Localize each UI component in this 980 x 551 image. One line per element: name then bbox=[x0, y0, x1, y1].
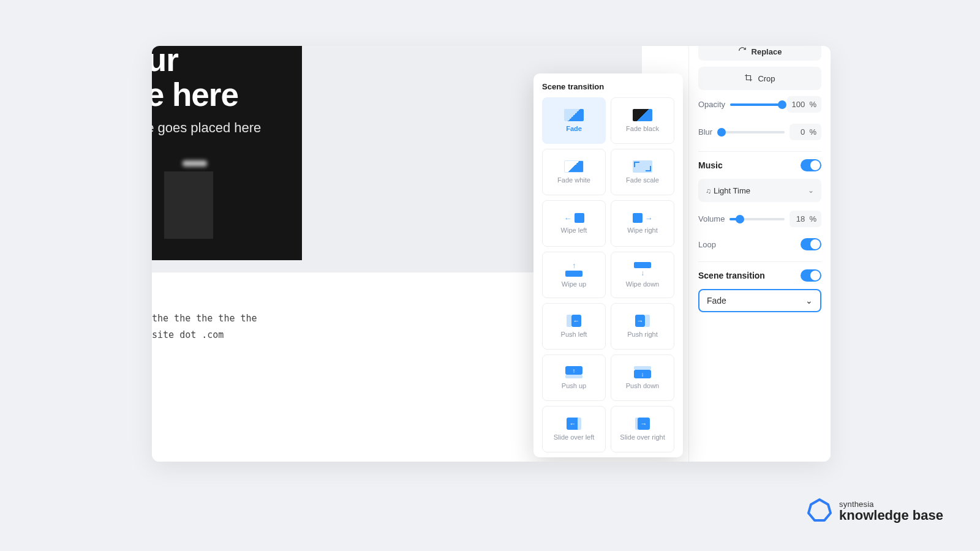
transition-icon-wipeup: ↑ bbox=[565, 262, 582, 277]
transition-label: Slide over right bbox=[620, 433, 665, 441]
logo-text: synthesia knowledge base bbox=[839, 500, 943, 522]
slide-title-line1: Your bbox=[152, 46, 178, 77]
transition-option-wipeleft[interactable]: ←Wipe left bbox=[542, 200, 606, 247]
transition-icon-fadeblack bbox=[633, 109, 652, 121]
transition-icon-wipedown: ↓ bbox=[634, 262, 651, 277]
transition-option-wipeup[interactable]: ↑Wipe up bbox=[542, 252, 606, 298]
volume-label: Volume bbox=[698, 214, 725, 223]
transition-label: Push up bbox=[562, 382, 586, 389]
avatar-figure bbox=[164, 171, 213, 239]
transition-option-fadescale[interactable]: Fade scale bbox=[611, 149, 674, 195]
scene-transition-label: Scene transition bbox=[698, 271, 765, 280]
transition-option-pushdown[interactable]: ↓Push down bbox=[611, 354, 674, 401]
transition-option-slideoverright[interactable]: →Slide over right bbox=[611, 406, 674, 452]
opacity-row: Opacity 100 % bbox=[698, 96, 821, 113]
transition-icon-fade bbox=[564, 109, 584, 121]
music-track-select[interactable]: ♫Light Time ⌄ bbox=[698, 179, 821, 202]
transition-icon-slideoverleft: ← bbox=[567, 418, 581, 430]
transition-option-fade[interactable]: Fade bbox=[542, 97, 606, 144]
replace-icon bbox=[738, 47, 747, 57]
slide-title-line2: title here bbox=[152, 78, 238, 112]
script-line: site dot .com bbox=[152, 328, 224, 343]
footer-logo: synthesia knowledge base bbox=[807, 498, 943, 523]
divider bbox=[698, 151, 821, 152]
app-window: Your title here Subtitle goes placed her… bbox=[152, 46, 831, 462]
transition-label: Push left bbox=[561, 331, 587, 338]
transition-label: Fade black bbox=[626, 125, 659, 132]
music-section-header: Music bbox=[698, 159, 821, 171]
properties-sidebar: Replace Crop Opacity 100 % Blur bbox=[688, 46, 831, 462]
blur-row: Blur 0 % bbox=[698, 124, 821, 140]
scene-transition-toggle[interactable] bbox=[801, 269, 821, 282]
blur-slider-thumb[interactable] bbox=[717, 128, 726, 137]
transition-label: Push down bbox=[626, 382, 659, 389]
transition-option-wiperight[interactable]: →Wipe right bbox=[611, 200, 674, 247]
volume-slider[interactable] bbox=[729, 218, 785, 220]
scene-transition-select[interactable]: Fade ⌄ bbox=[698, 289, 821, 312]
popover-title: Scene transition bbox=[542, 82, 674, 91]
svg-marker-0 bbox=[809, 500, 831, 520]
music-track-value: Light Time bbox=[714, 186, 750, 195]
chevron-down-icon: ⌄ bbox=[808, 186, 814, 195]
loop-toggle[interactable] bbox=[801, 238, 821, 250]
transition-label: Fade bbox=[566, 125, 582, 132]
transition-option-wipedown[interactable]: ↓Wipe down bbox=[611, 252, 674, 298]
scene-transition-section-header: Scene transition bbox=[698, 269, 821, 282]
transition-option-slideoverleft[interactable]: ←Slide over left bbox=[542, 406, 606, 452]
volume-slider-thumb[interactable] bbox=[736, 215, 744, 223]
brand-subtitle: knowledge base bbox=[839, 509, 943, 522]
loop-label: Loop bbox=[698, 240, 716, 249]
transition-label: Wipe left bbox=[561, 227, 587, 234]
blur-label: Blur bbox=[698, 127, 712, 137]
slide-subtitle: Subtitle goes placed here bbox=[152, 120, 261, 136]
chevron-down-icon: ⌄ bbox=[805, 296, 813, 305]
opacity-value: 100 % bbox=[787, 96, 822, 113]
logo-icon bbox=[807, 498, 832, 523]
transition-icon-slideoverright: → bbox=[635, 418, 650, 430]
transition-icon-fadewhite bbox=[564, 160, 584, 173]
crop-button[interactable]: Crop bbox=[698, 67, 821, 90]
video-slide-preview: Your title here Subtitle goes placed her… bbox=[152, 46, 302, 260]
opacity-label: Opacity bbox=[698, 100, 725, 109]
blur-value: 0 % bbox=[790, 124, 821, 140]
blur-slider[interactable] bbox=[717, 131, 785, 133]
opacity-slider-thumb[interactable] bbox=[778, 100, 786, 109]
replace-label: Replace bbox=[752, 47, 782, 56]
transition-option-fadeblack[interactable]: Fade black bbox=[611, 97, 674, 144]
scene-transition-popover: Scene transition FadeFade blackFade whit… bbox=[533, 73, 683, 457]
loop-row: Loop bbox=[698, 238, 821, 250]
crop-label: Crop bbox=[758, 74, 775, 83]
transition-option-pushleft[interactable]: ←Push left bbox=[542, 303, 606, 350]
transition-option-pushup[interactable]: ↑Push up bbox=[542, 354, 606, 401]
volume-row: Volume 18 % bbox=[698, 211, 821, 227]
transition-option-fadewhite[interactable]: Fade white bbox=[542, 149, 606, 195]
transition-label: Wipe down bbox=[626, 280, 659, 288]
transition-label: Fade scale bbox=[626, 176, 659, 184]
transition-icon-pushright: → bbox=[635, 315, 650, 327]
transition-icon-wipeleft: ← bbox=[564, 213, 584, 223]
replace-button[interactable]: Replace bbox=[698, 46, 821, 61]
scene-transition-value: Fade bbox=[707, 296, 726, 305]
transition-icon-wiperight: → bbox=[633, 213, 653, 223]
volume-value: 18 % bbox=[790, 211, 821, 227]
music-note-icon: ♫ bbox=[706, 187, 711, 195]
music-label: Music bbox=[698, 160, 723, 170]
divider bbox=[698, 261, 821, 262]
transition-label: Slide over left bbox=[554, 433, 595, 441]
transition-label: Wipe right bbox=[627, 227, 658, 234]
transition-label: Push right bbox=[627, 331, 658, 338]
opacity-slider[interactable] bbox=[730, 103, 782, 106]
transition-icon-pushdown: ↓ bbox=[634, 366, 651, 378]
transition-label: Fade white bbox=[557, 176, 590, 184]
transition-icon-fadescale bbox=[633, 160, 652, 173]
transition-option-pushright[interactable]: →Push right bbox=[611, 303, 674, 350]
crop-icon bbox=[744, 73, 753, 84]
transition-icon-pushleft: ← bbox=[567, 315, 581, 327]
script-line: the the the the the bbox=[152, 311, 257, 327]
music-toggle[interactable] bbox=[801, 159, 821, 171]
transition-icon-pushup: ↑ bbox=[565, 366, 582, 378]
transition-label: Wipe up bbox=[562, 280, 586, 288]
